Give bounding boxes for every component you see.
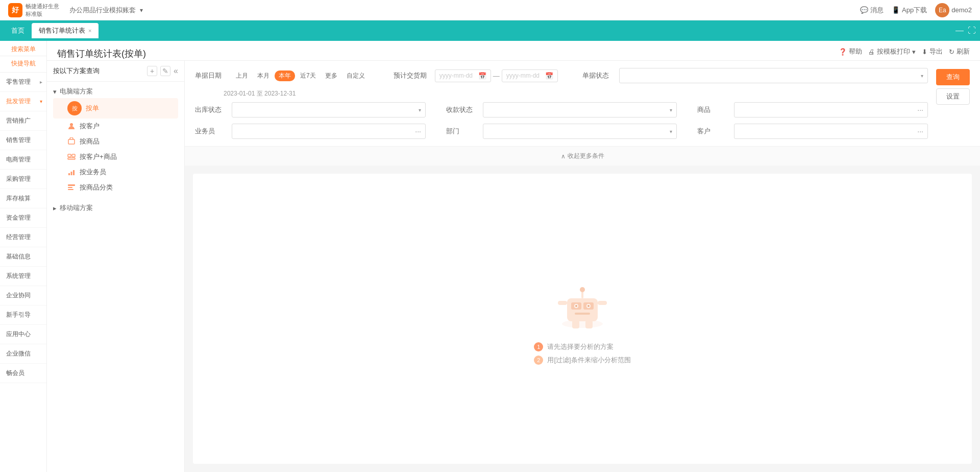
single-status-select[interactable]: ▾ [619,68,928,83]
sidebar-item-newbie[interactable]: 新手引导 [0,305,46,325]
scheme-item-by-customer[interactable]: 按客户 [53,119,178,134]
goods-label: 商品 [697,105,726,114]
single-status-wrapper: ▾ [619,68,928,83]
step-num-2: 2 [534,356,543,365]
sidebar-quick-nav[interactable]: 快捷导航 [0,56,46,73]
user-menu-button[interactable]: Ea demo2 [935,3,972,17]
query-button[interactable]: 查询 [936,69,970,85]
export-button[interactable]: ⬇ 导出 [922,47,943,56]
scheme-collapse-button[interactable]: « [174,66,178,76]
page-title: 销售订单统计表(按单) [57,48,146,60]
expected-date-from[interactable]: yyyy-mm-dd 📅 [435,69,491,82]
sidebar-item-operations[interactable]: 经营管理 [0,228,46,247]
help-button[interactable]: ❓ 帮助 [839,47,862,56]
empty-steps: 1 请先选择要分析的方案 2 用[过滤]条件来缩小分析范围 [534,342,630,365]
content-area: 销售订单统计表(按单) ❓ 帮助 🖨 按模板打印 ▾ ⬇ 导出 ↻ 刷新 [47,41,980,472]
scheme-item-by-goods-category[interactable]: 按商品分类 [53,180,178,195]
svg-point-23 [580,287,585,292]
settings-button[interactable]: 设置 [936,88,970,105]
tab-close-icon[interactable]: × [88,28,91,34]
date-btn-last-month[interactable]: 上月 [232,70,252,81]
collapse-more-conditions[interactable]: ∧ 收起更多条件 [185,146,980,166]
top-bar-title: 办公用品行业模拟账套 [69,6,136,15]
delivery-label: 出库状态 [195,105,224,114]
sidebar-item-purchase[interactable]: 采购管理 [0,170,46,189]
tab-home[interactable]: 首页 [4,23,32,38]
payment-status-wrapper: ▾ [483,102,677,117]
sidebar-item-member[interactable]: 畅会员 [0,364,46,383]
single-status-label: 单据状态 [582,71,611,80]
more-dots-icon: ··· [917,106,923,114]
logo-text: 畅捷通好生意 标准版 [26,3,59,17]
delivery-status-select[interactable]: ▾ [232,102,426,117]
customer-select[interactable]: ··· [734,124,928,139]
date-btn-last-7[interactable]: 近7天 [296,70,320,81]
sidebar-item-basic-info[interactable]: 基础信息 [0,247,46,267]
sidebar-item-inventory[interactable]: 库存核算 [0,189,46,208]
scheme-item-by-order[interactable]: 按 按单 [53,98,178,119]
svg-rect-2 [68,154,71,157]
top-bar-dropdown[interactable]: ▾ [140,7,143,14]
help-icon: ❓ [839,48,847,56]
sidebar-item-app-center[interactable]: 应用中心 [0,325,46,344]
scheme-edit-button[interactable]: ✎ [160,66,170,76]
nav-tabs: 首页 销售订单统计表 × — ⛶ [0,20,980,41]
expected-date-range: yyyy-mm-dd 📅 — yyyy-mm-dd 📅 [435,69,558,82]
scheme-category-desktop-header[interactable]: ▾ 电脑端方案 [53,85,178,98]
sidebar-search[interactable]: 搜索菜单 [0,41,46,56]
svg-rect-24 [572,320,579,328]
by-goods-icon [67,137,76,146]
date-btn-this-month[interactable]: 本月 [253,70,274,81]
scheme-add-button[interactable]: + [147,66,157,76]
date-btn-custom[interactable]: 自定义 [342,70,369,81]
calendar-from-icon: 📅 [478,72,486,80]
salesperson-select[interactable]: ··· [232,124,426,139]
sidebar-item-wechat[interactable]: 企业微信 [0,344,46,364]
scheme-panel-title: 按以下方案查询 [53,66,100,76]
date-range-display: 2023-01-01 至 2023-12-31 [224,89,928,98]
scheme-panel: 按以下方案查询 + ✎ « ▾ 电脑端方案 [47,61,185,472]
sidebar-item-wholesale[interactable]: 批发管理 ▾ [0,92,46,111]
svg-point-17 [575,305,577,307]
date-buttons: 上月 本月 本年 近7天 更多 自定义 [232,70,369,81]
message-button[interactable]: 💬 消息 [860,6,884,15]
svg-rect-6 [71,172,72,175]
sidebar-item-system[interactable]: 系统管理 [0,267,46,286]
scheme-item-by-goods[interactable]: 按商品 [53,134,178,149]
scheme-item-by-customer-goods[interactable]: 按客户+商品 [53,149,178,164]
app-download-button[interactable]: 📱 App下载 [892,6,927,15]
sidebar-item-marketing[interactable]: 营销推广 [0,111,46,131]
department-select[interactable]: ▾ [483,124,677,139]
date-btn-more[interactable]: 更多 [321,70,341,81]
filter-row-1: 单据日期 上月 本月 本年 近7天 更多 自定义 [195,68,928,83]
department-label: 部门 [446,127,475,136]
scheme-item-by-salesperson[interactable]: 按业务员 [53,164,178,180]
sidebar-item-enterprise[interactable]: 企业协同 [0,286,46,305]
svg-rect-19 [575,313,590,315]
scheme-category-mobile-header[interactable]: ▸ 移动端方案 [53,201,178,215]
refresh-button[interactable]: ↻ 刷新 [949,47,970,56]
date-label: 单据日期 [195,71,224,80]
filter-row-3: 业务员 ··· 部门 [195,124,928,139]
by-order-icon: 按 [67,101,82,115]
date-btn-this-year[interactable]: 本年 [275,70,295,81]
sidebar-item-ecommerce[interactable]: 电商管理 [0,150,46,170]
sidebar-item-retail[interactable]: 零售管理 ▸ [0,73,46,92]
svg-rect-4 [68,158,75,159]
chevron-down-icon: ▾ [419,107,421,113]
svg-point-18 [587,305,590,307]
tab-minimize-icon[interactable]: — [955,26,964,35]
goods-select[interactable]: ··· [734,102,928,117]
print-button[interactable]: 🖨 按模板打印 ▾ [868,47,916,56]
goods-wrapper: ··· [734,102,928,117]
refresh-icon: ↻ [949,48,954,56]
svg-rect-1 [68,139,75,144]
tab-maximize-icon[interactable]: ⛶ [968,26,976,35]
edit-icon: ✎ [162,67,168,75]
sidebar-item-sales[interactable]: 销售管理 [0,131,46,150]
sidebar-item-finance[interactable]: 资金管理 [0,208,46,228]
payment-status-select[interactable]: ▾ [483,102,677,117]
expected-date-to[interactable]: yyyy-mm-dd 📅 [502,69,558,82]
tab-sales-order-stats[interactable]: 销售订单统计表 × [32,23,99,38]
page-actions: ❓ 帮助 🖨 按模板打印 ▾ ⬇ 导出 ↻ 刷新 [839,47,970,60]
